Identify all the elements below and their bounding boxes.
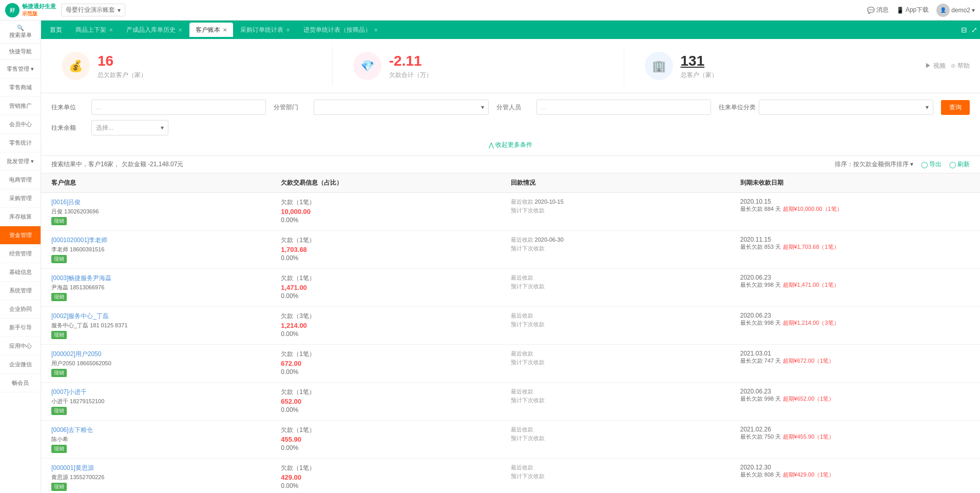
stat-number-debt-total: -2.11	[389, 53, 613, 69]
tab-purchase-stats[interactable]: 进货单统计表（按商品） ✕	[297, 23, 384, 37]
debt-amount-4[interactable]: 672.00	[281, 360, 510, 367]
sidebar-item-ecommerce[interactable]: 电商管理	[0, 171, 41, 189]
collapse-tabs-icon[interactable]: ⊟	[961, 26, 967, 34]
customer-name-1[interactable]: [0001020001]李老师	[51, 236, 281, 245]
customer-info-2: [0003]畅捷服务尹海蕊 尹海蕊 18513066976 现销	[51, 274, 281, 301]
tab-home[interactable]: 首页	[44, 23, 68, 37]
return-info-0: 最近收款 2020-10-15 预计下次收款	[511, 198, 740, 214]
debt-amount-0[interactable]: 10,000.00	[281, 208, 510, 215]
video-button[interactable]: ▶ 视频	[925, 62, 945, 70]
customer-info-0: [0016]吕俊 吕俊 13026203696 现销	[51, 198, 281, 225]
debt-count-1: 欠款（1笔）	[281, 236, 510, 245]
tab-customer-account[interactable]: 客户账本 ✕	[189, 23, 233, 37]
sort-label[interactable]: 排序：按欠款金额倒序排序 ▾	[835, 160, 913, 169]
debt-amount-3[interactable]: 1,214.00	[281, 322, 510, 329]
sidebar-item-new-guide[interactable]: 新手引导	[0, 319, 41, 337]
export-button[interactable]: ◯ 导出	[921, 160, 941, 169]
sidebar-item-enterprise-wechat[interactable]: 企业微信	[0, 356, 41, 374]
customer-tag-0: 现销	[51, 217, 67, 225]
manager-input[interactable]: ...	[536, 100, 711, 115]
message-icon: 💬	[867, 7, 875, 14]
overdue-link-5[interactable]: 超期¥652.00（1笔）	[783, 396, 835, 402]
customer-name-2[interactable]: [0003]畅捷服务尹海蕊	[51, 274, 281, 283]
return-info-5: 最近收款 预计下次收款	[511, 388, 740, 404]
sidebar-item-members[interactable]: 会员中心	[0, 115, 41, 134]
logo-area: 好 畅捷通好生意 示范版	[5, 3, 56, 17]
balance-select[interactable]: 选择... ▾	[91, 120, 168, 135]
app-download-button[interactable]: 📱 App下载	[896, 6, 929, 14]
sidebar-item-enterprise[interactable]: 企业协同	[0, 300, 41, 319]
customer-name-3[interactable]: [0002]服务中心_丁磊	[51, 312, 281, 321]
overdue-link-6[interactable]: 超期¥455.90（1笔）	[783, 433, 835, 440]
collapse-filter-button[interactable]: ⋀ 收起更多条件	[51, 141, 970, 149]
sidebar-item-marketing[interactable]: 营销推广	[0, 97, 41, 115]
help-icon: ⊙	[951, 62, 956, 69]
debt-percent-0: 0.00%	[281, 216, 510, 224]
debt-amount-5[interactable]: 652.00	[281, 398, 510, 405]
search-button[interactable]: 查询	[941, 100, 970, 115]
user-menu[interactable]: 👤 demo2 ▾	[936, 4, 975, 17]
expand-icon[interactable]: ⤢	[971, 26, 977, 34]
customer-name-0[interactable]: [0016]吕俊	[51, 198, 281, 207]
overdue-link-2[interactable]: 超期¥1,471.00（1笔）	[783, 282, 839, 288]
sidebar-item-finance[interactable]: 资金管理	[0, 226, 41, 245]
sidebar-item-retail-mgmt[interactable]: 零售管理 ▾	[0, 60, 41, 78]
overdue-days-7: 最长欠款 808 天 超期¥429.00（1笔）	[740, 471, 970, 479]
tab-purchase-order[interactable]: 采购订单统计表 ✕	[234, 23, 296, 37]
stat-number-total-customers: 131	[681, 53, 905, 69]
sidebar-item-vip-member[interactable]: 畅会员	[0, 374, 41, 392]
sidebar-item-retail-store[interactable]: 零售商城	[0, 78, 41, 97]
tab-products-off[interactable]: 商品上下架 ✕	[69, 23, 119, 37]
debt-count-0: 欠款（1笔）	[281, 198, 510, 207]
overdue-link-0[interactable]: 超期¥10,000.00（1笔）	[783, 206, 842, 212]
close-icon[interactable]: ✕	[223, 27, 227, 33]
debt-info-1: 欠款（1笔） 1,703.68 0.00%	[281, 236, 510, 262]
customer-name-6[interactable]: [0006]去下粮仓	[51, 426, 281, 435]
unit-type-select[interactable]: ▾	[759, 100, 933, 115]
debt-amount-7[interactable]: 429.00	[281, 474, 510, 481]
debt-info-3: 欠款（3笔） 1,214.00 0.00%	[281, 312, 510, 338]
debt-amount-2[interactable]: 1,471.00	[281, 284, 510, 291]
overdue-link-4[interactable]: 超期¥672.00（1笔）	[783, 358, 835, 364]
close-icon[interactable]: ✕	[286, 27, 290, 33]
overdue-date-7: 2020.12.30	[740, 464, 970, 471]
close-icon[interactable]: ✕	[178, 27, 182, 33]
sidebar-item-system[interactable]: 系统管理	[0, 282, 41, 300]
return-next-6: 预计下次收款	[511, 435, 740, 442]
customer-name-7[interactable]: [000001]黄思源	[51, 464, 281, 472]
overdue-link-7[interactable]: 超期¥429.00（1笔）	[783, 471, 835, 478]
sidebar-item-quick-nav[interactable]: 快捷导航	[0, 44, 41, 60]
store-selector[interactable]: 母婴行业演示账套 ▾	[61, 4, 125, 16]
sidebar-item-operations[interactable]: 经营管理	[0, 245, 41, 263]
close-icon[interactable]: ✕	[109, 27, 113, 33]
refresh-button[interactable]: ◯ 刷新	[949, 160, 970, 169]
customer-name-4[interactable]: [000002]用户2050	[51, 350, 281, 359]
customer-name-5[interactable]: [0007]小进千	[51, 388, 281, 397]
close-icon[interactable]: ✕	[374, 27, 378, 33]
debt-amount-1[interactable]: 1,703.68	[281, 246, 510, 253]
source-unit-input[interactable]: ...	[91, 100, 266, 115]
sidebar-item-retail-stats[interactable]: 零售统计	[0, 134, 41, 152]
return-latest-7: 最近收款	[511, 464, 740, 471]
sidebar-item-inventory[interactable]: 库存核算	[0, 208, 41, 226]
return-latest-3: 最近收款	[511, 312, 740, 320]
sidebar-item-app-center[interactable]: 应用中心	[0, 337, 41, 356]
overdue-link-3[interactable]: 超期¥1,214.00（3笔）	[783, 320, 839, 326]
debt-percent-5: 0.00%	[281, 406, 510, 413]
customer-info-1: [0001020001]李老师 李老师 18600391516 现销	[51, 236, 281, 263]
help-button[interactable]: ⊙ 帮助	[951, 62, 970, 70]
overdue-link-1[interactable]: 超期¥1,703.68（1笔）	[783, 244, 839, 250]
filter-balance: 往来余额 选择... ▾	[51, 120, 970, 135]
sidebar-item-batch-mgmt[interactable]: 批发管理 ▾	[0, 152, 41, 171]
filter-unit-type-label: 往来单位分类	[719, 103, 755, 112]
return-info-3: 最近收款 预计下次收款	[511, 312, 740, 328]
sidebar-item-purchase[interactable]: 采购管理	[0, 189, 41, 208]
tab-production-history[interactable]: 产成品入库单历史 ✕	[120, 23, 188, 37]
sidebar-item-basic-info[interactable]: 基础信息	[0, 263, 41, 282]
message-button[interactable]: 💬 消息	[867, 6, 889, 14]
debt-amount-6[interactable]: 455.90	[281, 436, 510, 443]
dept-select[interactable]: ▾	[314, 100, 488, 115]
sidebar-item-search[interactable]: 🔍 搜索菜单	[0, 21, 41, 44]
phone-icon: 📱	[896, 7, 904, 14]
logo-text: 畅捷通好生意 示范版	[22, 3, 56, 17]
